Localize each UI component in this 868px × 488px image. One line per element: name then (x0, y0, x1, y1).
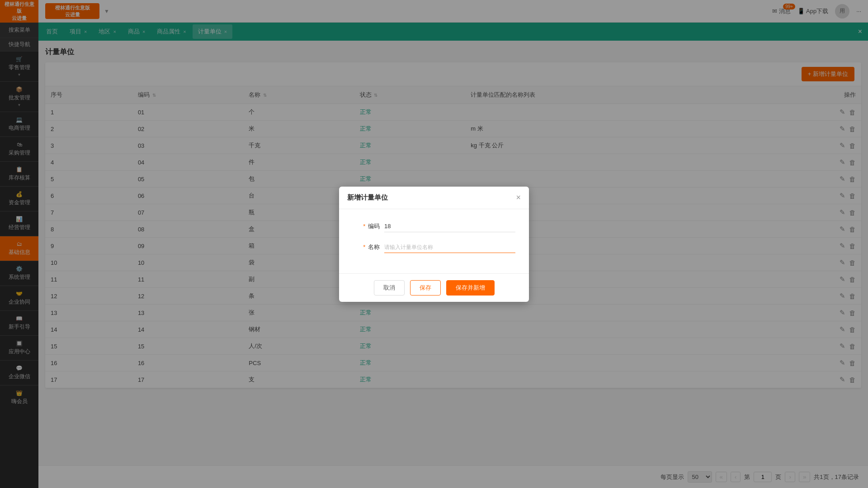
code-label: * 编码 (353, 222, 380, 230)
modal-title: 新增计量单位 (347, 193, 388, 202)
name-label: * 名称 (353, 243, 380, 251)
modal-body: * 编码 * 名称 (339, 209, 529, 273)
form-row-name: * 名称 (353, 241, 515, 253)
cancel-button[interactable]: 取消 (374, 280, 405, 296)
save-and-new-button[interactable]: 保存并新增 (446, 280, 495, 296)
modal-overlay[interactable]: 新增计量单位 × * 编码 * 名称 取消 保存 保存并新增 (0, 0, 868, 488)
code-input[interactable] (384, 221, 515, 232)
name-input[interactable] (384, 241, 515, 253)
modal-close-button[interactable]: × (516, 193, 521, 202)
add-unit-modal: 新增计量单位 × * 编码 * 名称 取消 保存 保存并新增 (339, 187, 529, 302)
required-indicator: * (363, 244, 365, 250)
form-row-code: * 编码 (353, 221, 515, 232)
modal-footer: 取消 保存 保存并新增 (339, 273, 529, 302)
required-indicator: * (363, 223, 365, 230)
modal-header: 新增计量单位 × (339, 187, 529, 209)
save-button[interactable]: 保存 (410, 280, 441, 296)
